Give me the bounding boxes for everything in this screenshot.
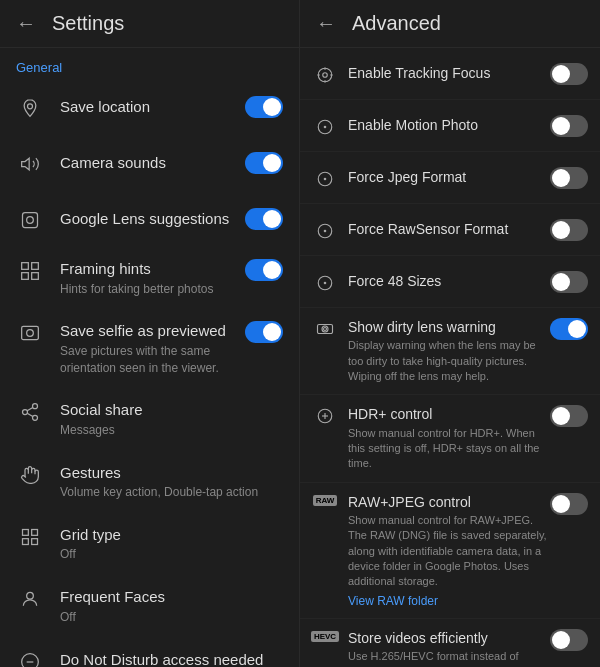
svg-rect-6 bbox=[22, 273, 29, 280]
share-icon bbox=[16, 402, 44, 422]
hdr-control-label: HDR+ control bbox=[348, 405, 550, 423]
list-item[interactable]: Do Not Disturb access needed To pause no… bbox=[0, 638, 299, 667]
list-item: Camera sounds bbox=[0, 135, 299, 191]
store-videos-sublabel: Use H.265/HEVC format instead of H.264/A… bbox=[348, 649, 550, 667]
svg-rect-15 bbox=[23, 529, 29, 535]
camera-sounds-label: Camera sounds bbox=[60, 153, 245, 173]
raw-jpeg-icon: RAW bbox=[312, 495, 338, 506]
save-selfie-label: Save selfie as previewed bbox=[60, 321, 245, 341]
force-48sizes-toggle[interactable] bbox=[550, 271, 588, 293]
right-title: Advanced bbox=[352, 12, 441, 35]
svg-point-26 bbox=[323, 72, 328, 77]
dirty-lens-sublabel: Display warning when the lens may be too… bbox=[348, 338, 550, 384]
framing-hints-label: Framing hints bbox=[60, 259, 245, 279]
tracking-focus-toggle[interactable] bbox=[550, 63, 588, 85]
svg-rect-17 bbox=[32, 539, 38, 545]
svg-point-11 bbox=[23, 410, 28, 415]
list-item: Force Jpeg Format bbox=[300, 152, 600, 204]
gestures-icon bbox=[16, 465, 44, 485]
svg-point-40 bbox=[322, 326, 328, 332]
force-rawsensor-label: Force RawSensor Format bbox=[348, 220, 550, 238]
right-header: ← Advanced bbox=[300, 0, 600, 48]
force-48sizes-icon bbox=[312, 274, 338, 292]
dirty-lens-icon bbox=[312, 320, 338, 338]
rawjpeg-sublabel: Show manual control for RAW+JPEG. The RA… bbox=[348, 513, 550, 590]
hdr-control-toggle[interactable] bbox=[550, 405, 588, 427]
save-location-toggle[interactable] bbox=[245, 96, 283, 118]
hdr-control-sublabel: Show manual control for HDR+. When this … bbox=[348, 426, 550, 472]
list-item: Force RawSensor Format bbox=[300, 204, 600, 256]
right-back-button[interactable]: ← bbox=[316, 12, 336, 35]
svg-point-34 bbox=[324, 178, 326, 180]
svg-point-41 bbox=[324, 328, 327, 331]
list-item[interactable]: Frequent Faces Off bbox=[0, 575, 299, 637]
list-item: Force 48 Sizes bbox=[300, 256, 600, 308]
gestures-sublabel: Volume key action, Double-tap action bbox=[60, 484, 283, 501]
social-share-sublabel: Messages bbox=[60, 422, 283, 439]
tracking-focus-icon bbox=[312, 66, 338, 84]
grid-type-sublabel: Off bbox=[60, 546, 283, 563]
hdr-control-icon bbox=[312, 407, 338, 425]
sound-icon bbox=[16, 154, 44, 174]
general-section-label: General bbox=[0, 48, 299, 79]
view-raw-folder-link[interactable]: View RAW folder bbox=[348, 594, 550, 608]
selfie-icon bbox=[16, 323, 44, 343]
force-jpeg-label: Force Jpeg Format bbox=[348, 168, 550, 186]
list-item: Framing hints Hints for taking better ph… bbox=[0, 247, 299, 309]
svg-rect-2 bbox=[23, 213, 38, 228]
grid-icon bbox=[16, 527, 44, 547]
store-videos-label: Store videos efficiently bbox=[348, 629, 550, 647]
frequent-faces-sublabel: Off bbox=[60, 609, 283, 626]
framing-icon bbox=[16, 261, 44, 281]
rawjpeg-toggle[interactable] bbox=[550, 493, 588, 515]
save-selfie-sublabel: Save pictures with the same orientation … bbox=[60, 343, 245, 377]
raw-badge: RAW bbox=[313, 495, 338, 506]
force-jpeg-toggle[interactable] bbox=[550, 167, 588, 189]
svg-point-38 bbox=[324, 282, 326, 284]
list-item: Show dirty lens warning Display warning … bbox=[300, 308, 600, 395]
lens-icon bbox=[16, 210, 44, 230]
list-item[interactable]: Grid type Off bbox=[0, 513, 299, 575]
tracking-focus-label: Enable Tracking Focus bbox=[348, 64, 550, 82]
svg-point-20 bbox=[22, 653, 39, 667]
face-icon bbox=[16, 589, 44, 609]
svg-point-10 bbox=[33, 404, 38, 409]
list-item: Enable Motion Photo bbox=[300, 100, 600, 152]
framing-hints-toggle[interactable] bbox=[245, 259, 283, 281]
dnd-label: Do Not Disturb access needed bbox=[60, 650, 283, 667]
right-panel: ← Advanced Enable Tracking Focus Enable … bbox=[300, 0, 600, 667]
force-rawsensor-toggle[interactable] bbox=[550, 219, 588, 241]
dirty-lens-toggle[interactable] bbox=[550, 318, 588, 340]
left-panel: ← Settings General Save location Camera … bbox=[0, 0, 300, 667]
svg-marker-1 bbox=[22, 158, 30, 170]
svg-point-36 bbox=[324, 230, 326, 232]
dirty-lens-label: Show dirty lens warning bbox=[348, 318, 550, 336]
store-videos-toggle[interactable] bbox=[550, 629, 588, 651]
google-lens-toggle[interactable] bbox=[245, 208, 283, 230]
svg-rect-18 bbox=[23, 539, 29, 545]
google-lens-label: Google Lens suggestions bbox=[60, 209, 245, 229]
list-item[interactable]: Social share Messages bbox=[0, 388, 299, 450]
list-item: HEVC Store videos efficiently Use H.265/… bbox=[300, 619, 600, 667]
save-selfie-toggle[interactable] bbox=[245, 321, 283, 343]
save-location-text: Save location bbox=[60, 97, 245, 117]
left-header: ← Settings bbox=[0, 0, 299, 48]
motion-photo-toggle[interactable] bbox=[550, 115, 588, 137]
force-rawsensor-icon bbox=[312, 222, 338, 240]
list-item[interactable]: Gestures Volume key action, Double-tap a… bbox=[0, 451, 299, 513]
frequent-faces-label: Frequent Faces bbox=[60, 587, 283, 607]
svg-rect-16 bbox=[32, 529, 38, 535]
svg-point-12 bbox=[33, 416, 38, 421]
dnd-icon bbox=[16, 652, 44, 667]
svg-rect-8 bbox=[22, 327, 39, 340]
svg-point-3 bbox=[27, 217, 34, 224]
camera-sounds-toggle[interactable] bbox=[245, 152, 283, 174]
svg-point-0 bbox=[28, 104, 33, 109]
grid-type-label: Grid type bbox=[60, 525, 283, 545]
force-48sizes-label: Force 48 Sizes bbox=[348, 272, 550, 290]
list-item: Google Lens suggestions bbox=[0, 191, 299, 247]
svg-rect-5 bbox=[32, 263, 39, 270]
list-item: Save location bbox=[0, 79, 299, 135]
gestures-label: Gestures bbox=[60, 463, 283, 483]
left-back-button[interactable]: ← bbox=[16, 12, 36, 35]
